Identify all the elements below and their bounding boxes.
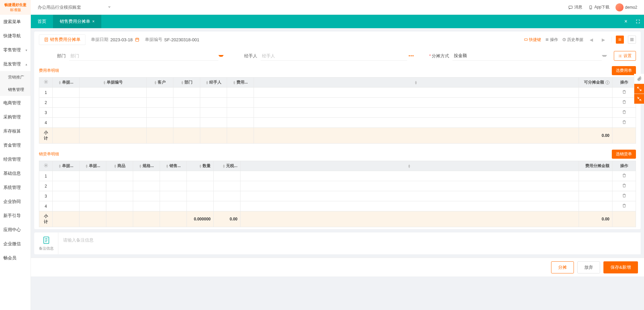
svg-point-13 (45, 165, 47, 166)
chevron-down-icon[interactable] (602, 55, 607, 57)
delete-row-button[interactable] (612, 171, 636, 181)
sidebar-item-14[interactable]: 企业微信 (0, 237, 31, 251)
method-field: *分摊方式 (422, 51, 607, 61)
operate-button[interactable]: 操作 (545, 37, 558, 43)
sidebar-subitem-3-0[interactable]: 营销推广 (0, 71, 31, 84)
save-new-button[interactable]: 保存&新增 (603, 261, 638, 273)
tab-home[interactable]: 首页 (31, 15, 53, 28)
more-icon[interactable]: ••• (407, 53, 416, 58)
delete-row-button[interactable] (612, 201, 636, 211)
app-download-link[interactable]: App下载 (588, 4, 609, 10)
message-icon (568, 5, 573, 10)
list-icon (545, 38, 549, 42)
sidebar-item-9[interactable]: 基础信息 (0, 166, 31, 180)
sidebar-item-6[interactable]: 库存核算 (0, 124, 31, 138)
gear-column[interactable] (39, 161, 53, 171)
attachment-button[interactable] (634, 74, 644, 84)
expand-icon (637, 86, 642, 92)
view-list-button[interactable] (616, 36, 624, 44)
table-row[interactable]: 2 (39, 181, 636, 191)
expand-button[interactable] (634, 84, 644, 94)
doc-date: 单据日期 2023-03-18 (91, 37, 140, 43)
sidebar-item-1[interactable]: 快捷导航 (0, 29, 31, 43)
svg-rect-5 (525, 39, 528, 41)
remarks-area: 备注信息 (34, 232, 641, 254)
delete-row-button[interactable] (612, 191, 636, 201)
pick-expense-button[interactable]: 选费用单 (612, 66, 636, 75)
table-row[interactable]: 1 (39, 88, 636, 98)
sidebar-item-13[interactable]: 应用中心 (0, 223, 31, 237)
brand-main: 畅捷通好生意 (4, 2, 26, 7)
collapse-icon (637, 96, 642, 102)
footer-actions: 分摊 放弃 保存&新增 (31, 258, 644, 276)
sidebar-item-15[interactable]: 畅会员 (0, 251, 31, 265)
prev-record-button[interactable]: ◀ (587, 36, 595, 44)
account-selector[interactable]: 办公用品行业模拟账套 (31, 4, 117, 10)
delete-row-button[interactable] (612, 88, 636, 98)
shortcut-button[interactable]: 快捷键 (524, 37, 541, 43)
sidebar-item-3[interactable]: 批发管理▴ (0, 57, 31, 71)
gear-icon (44, 80, 48, 84)
svg-point-2 (590, 8, 591, 8)
discard-button[interactable]: 放弃 (577, 261, 600, 273)
allocate-button[interactable]: 分摊 (551, 261, 574, 273)
gear-column[interactable] (39, 78, 53, 88)
svg-point-12 (45, 81, 47, 83)
history-button[interactable]: 历史单据 (562, 37, 583, 43)
account-name: 办公用品行业模拟账套 (38, 4, 81, 10)
tab-close-all[interactable]: × (620, 18, 632, 24)
method-input[interactable] (452, 51, 602, 61)
svg-rect-9 (631, 40, 632, 41)
chevron-down-icon[interactable] (218, 55, 224, 57)
avatar (615, 3, 624, 11)
delete-row-button[interactable] (612, 108, 636, 118)
gear-icon (618, 54, 622, 58)
sidebar-item-4[interactable]: 电商管理 (0, 96, 31, 110)
sidebar-item-8[interactable]: 经营管理 (0, 152, 31, 166)
svg-point-11 (620, 55, 621, 56)
sidebar-item-12[interactable]: 新手引导 (0, 209, 31, 223)
delete-row-button[interactable] (612, 98, 636, 108)
paperclip-icon (637, 76, 642, 82)
collapse-button[interactable] (634, 94, 644, 104)
handler-input[interactable] (261, 51, 407, 61)
sidebar-item-10[interactable]: 系统管理 (0, 180, 31, 195)
svg-rect-8 (632, 38, 633, 39)
remarks-input[interactable] (58, 232, 641, 254)
handler-field: 经手人 ••• (230, 51, 415, 61)
sidebar-item-11[interactable]: 企业协同 (0, 195, 31, 209)
note-icon (42, 236, 51, 245)
table-row[interactable]: 2 (39, 98, 636, 108)
chevron-down-icon (108, 6, 111, 8)
svg-rect-7 (631, 38, 632, 39)
table-row[interactable]: 4 (39, 118, 636, 128)
sidebar-subitem-3-1[interactable]: 销售管理 (0, 84, 31, 96)
table-row[interactable]: 3 (39, 108, 636, 118)
user-menu[interactable]: demo2 (615, 3, 637, 11)
delete-row-button[interactable] (612, 118, 636, 128)
close-icon[interactable]: × (92, 19, 95, 24)
table-row[interactable]: 3 (39, 191, 636, 201)
delete-row-button[interactable] (612, 181, 636, 191)
sidebar-item-2[interactable]: 零售管理▾ (0, 43, 31, 57)
calendar-icon[interactable] (135, 37, 140, 42)
settings-button[interactable]: 设置 (614, 51, 636, 61)
table-row[interactable]: 4 (39, 201, 636, 211)
svg-rect-10 (632, 40, 633, 41)
dept-input[interactable] (69, 51, 218, 61)
info-icon[interactable]: i (605, 81, 609, 85)
messages-link[interactable]: 消息 (568, 4, 582, 10)
doc-title-tab: 销售费用分摊单 (39, 34, 86, 45)
doc-code: 单据编号 SF-20230318-001 (145, 37, 200, 43)
pick-sales-button[interactable]: 选销货单 (612, 150, 636, 159)
table-row[interactable]: 1 (39, 171, 636, 181)
expense-table: ▲▼单据... ▲▼单据编号 ▲▼客户 ▲▼部门 ▲▼经手人 ▲▼费用... ▲… (39, 77, 636, 144)
view-grid-button[interactable] (628, 36, 636, 44)
tab-active[interactable]: 销售费用分摊单 × (53, 15, 101, 28)
sidebar-item-0[interactable]: 搜索菜单 (0, 15, 31, 29)
fullscreen-icon[interactable] (632, 19, 644, 24)
sidebar-item-7[interactable]: 资金管理 (0, 138, 31, 152)
next-record-button[interactable]: ▶ (599, 36, 607, 44)
sidebar-item-5[interactable]: 采购管理 (0, 110, 31, 124)
brand-logo[interactable]: 畅捷通好生意 标准版 (0, 0, 31, 15)
